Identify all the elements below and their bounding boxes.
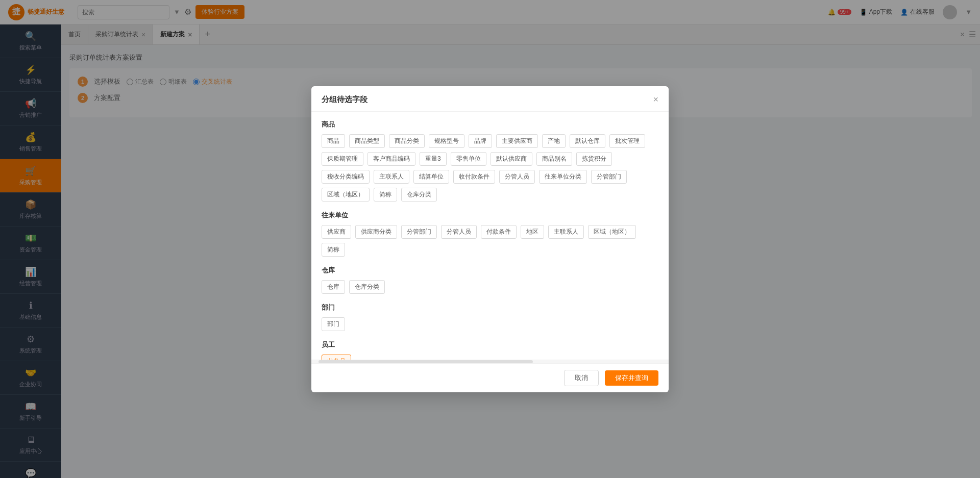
field-goods-partner-category[interactable]: 往来单位分类	[539, 170, 587, 184]
section-dept-fields: 部门	[322, 317, 658, 331]
field-goods-default-warehouse[interactable]: 默认仓库	[570, 134, 605, 148]
field-goods-points[interactable]: 拣货积分	[576, 152, 612, 166]
field-goods-main-supplier[interactable]: 主要供应商	[496, 134, 538, 148]
field-goods-abbr[interactable]: 简称	[374, 188, 397, 202]
field-warehouse-category[interactable]: 仓库分类	[349, 280, 385, 294]
field-goods-warehouse-category[interactable]: 仓库分类	[401, 188, 437, 202]
field-goods-customer-code[interactable]: 客户商品编码	[368, 152, 415, 166]
modal-body: 商品 商品 商品类型 商品分类 规格型号 品牌 主要供应商 产地 默认仓库 批次…	[311, 112, 669, 360]
field-employee-salesperson[interactable]: 业务员	[322, 355, 351, 360]
field-partner-supplier-category[interactable]: 供应商分类	[355, 225, 397, 239]
field-goods-shelf-life[interactable]: 保质期管理	[322, 152, 363, 166]
section-employee: 员工 业务员	[322, 340, 658, 360]
field-goods-origin[interactable]: 产地	[542, 134, 566, 148]
section-goods-title: 商品	[322, 120, 658, 129]
field-dept-dept[interactable]: 部门	[322, 317, 345, 331]
field-goods-region[interactable]: 区域（地区）	[322, 188, 370, 202]
field-partner-manager[interactable]: 分管人员	[441, 225, 477, 239]
section-employee-title: 员工	[322, 340, 658, 349]
cancel-button[interactable]: 取消	[564, 370, 599, 386]
section-goods: 商品 商品 商品类型 商品分类 规格型号 品牌 主要供应商 产地 默认仓库 批次…	[322, 120, 658, 202]
field-goods-alias[interactable]: 商品别名	[536, 152, 572, 166]
field-goods-goods[interactable]: 商品	[322, 134, 345, 148]
field-goods-weight[interactable]: 重量3	[420, 152, 447, 166]
field-goods-type[interactable]: 商品类型	[349, 134, 385, 148]
field-goods-manager[interactable]: 分管人员	[499, 170, 535, 184]
section-goods-fields: 商品 商品类型 商品分类 规格型号 品牌 主要供应商 产地 默认仓库 批次管理 …	[322, 134, 658, 202]
field-partner-area[interactable]: 区域（地区）	[588, 225, 636, 239]
field-goods-category[interactable]: 商品分类	[389, 134, 425, 148]
field-goods-settlement-unit[interactable]: 结算单位	[413, 170, 449, 184]
field-goods-brand[interactable]: 品牌	[469, 134, 492, 148]
scrollbar-thumb	[318, 360, 533, 363]
field-goods-dept[interactable]: 分管部门	[591, 170, 627, 184]
section-partner-title: 往来单位	[322, 211, 658, 220]
confirm-button[interactable]: 保存并查询	[605, 370, 658, 386]
modal-close-btn[interactable]: ×	[653, 94, 658, 105]
modal-title: 分组待选字段	[322, 95, 368, 105]
field-goods-spec[interactable]: 规格型号	[429, 134, 464, 148]
modal-overlay: 分组待选字段 × 商品 商品 商品类型 商品分类 规格型号 品牌 主要供应商 产…	[0, 0, 980, 478]
section-partner: 往来单位 供应商 供应商分类 分管部门 分管人员 付款条件 地区 主联系人 区域…	[322, 211, 658, 257]
field-partner-contact[interactable]: 主联系人	[548, 225, 584, 239]
section-partner-fields: 供应商 供应商分类 分管部门 分管人员 付款条件 地区 主联系人 区域（地区） …	[322, 225, 658, 257]
section-warehouse-fields: 仓库 仓库分类	[322, 280, 658, 294]
horizontal-scrollbar[interactable]	[311, 360, 669, 363]
field-partner-payment[interactable]: 付款条件	[481, 225, 517, 239]
section-employee-fields: 业务员	[322, 355, 658, 360]
field-goods-tax-code[interactable]: 税收分类编码	[322, 170, 370, 184]
section-dept: 部门 部门	[322, 303, 658, 331]
field-partner-abbr[interactable]: 简称	[322, 243, 345, 257]
section-warehouse-title: 仓库	[322, 266, 658, 275]
field-partner-dept[interactable]: 分管部门	[401, 225, 437, 239]
field-goods-payment-terms[interactable]: 收付款条件	[453, 170, 495, 184]
modal-header: 分组待选字段 ×	[311, 86, 669, 112]
modal: 分组待选字段 × 商品 商品 商品类型 商品分类 规格型号 品牌 主要供应商 产…	[311, 86, 669, 392]
field-goods-retail-unit[interactable]: 零售单位	[451, 152, 486, 166]
field-partner-supplier[interactable]: 供应商	[322, 225, 351, 239]
modal-footer: 取消 保存并查询	[311, 363, 669, 392]
section-dept-title: 部门	[322, 303, 658, 312]
field-warehouse-warehouse[interactable]: 仓库	[322, 280, 345, 294]
field-goods-batch[interactable]: 批次管理	[609, 134, 645, 148]
field-goods-contact[interactable]: 主联系人	[374, 170, 409, 184]
field-partner-region[interactable]: 地区	[521, 225, 544, 239]
section-warehouse: 仓库 仓库 仓库分类	[322, 266, 658, 294]
field-goods-default-supplier[interactable]: 默认供应商	[491, 152, 532, 166]
